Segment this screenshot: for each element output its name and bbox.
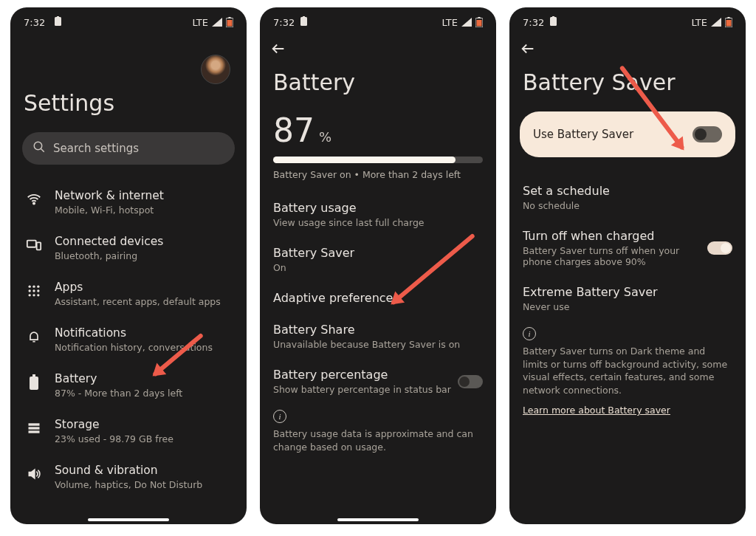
battery-usage-row[interactable]: Battery usage View usage since last full… bbox=[270, 192, 486, 237]
phone-screen-settings: 7:32 LTE Settings Search settings Networ… bbox=[10, 7, 247, 524]
info-icon: i bbox=[273, 410, 286, 423]
settings-item-apps[interactable]: AppsAssistant, recent apps, default apps bbox=[21, 271, 236, 317]
svg-point-14 bbox=[32, 289, 35, 292]
svg-point-12 bbox=[37, 286, 39, 288]
svg-rect-25 bbox=[300, 17, 307, 26]
battery-percentage-row[interactable]: Battery percentage Show battery percenta… bbox=[270, 359, 486, 404]
battery-small-icon bbox=[300, 17, 307, 28]
settings-item-sound[interactable]: Sound & vibrationVolume, haptics, Do Not… bbox=[21, 454, 236, 500]
svg-rect-21 bbox=[32, 374, 35, 377]
page-title: Battery bbox=[273, 69, 483, 95]
battery-share-row[interactable]: Battery Share Unavailable because Batter… bbox=[270, 314, 486, 359]
back-button[interactable] bbox=[520, 38, 540, 59]
adaptive-preferences-row[interactable]: Adaptive preferences bbox=[270, 282, 486, 314]
svg-point-18 bbox=[37, 294, 39, 296]
svg-rect-23 bbox=[29, 427, 40, 429]
statusbar: 7:32 LTE bbox=[520, 15, 735, 34]
battery-info-text: Battery usage data is approximate and ca… bbox=[273, 427, 483, 453]
svg-rect-20 bbox=[30, 377, 38, 390]
svg-rect-1 bbox=[57, 16, 59, 18]
status-time: 7:32 bbox=[24, 17, 45, 28]
apps-icon bbox=[25, 282, 43, 300]
signal-icon bbox=[461, 18, 472, 27]
svg-point-16 bbox=[29, 294, 31, 296]
settings-item-storage[interactable]: Storage23% used - 98.79 GB free bbox=[21, 408, 236, 454]
battery-small-icon bbox=[550, 17, 557, 28]
svg-rect-32 bbox=[552, 16, 554, 18]
page-title: Battery Saver bbox=[523, 69, 732, 95]
settings-item-connected-devices[interactable]: Connected devicesBluetooth, pairing bbox=[21, 225, 236, 271]
search-input[interactable]: Search settings bbox=[22, 132, 235, 165]
battery-saver-row[interactable]: Battery Saver On bbox=[270, 237, 486, 282]
svg-rect-3 bbox=[227, 20, 233, 27]
svg-point-5 bbox=[34, 142, 42, 150]
bell-icon bbox=[25, 328, 43, 346]
turn-off-when-charged-row[interactable]: Turn off when charged Battery Saver turn… bbox=[520, 220, 735, 276]
page-title: Settings bbox=[24, 90, 233, 116]
battery-percentage-toggle[interactable] bbox=[458, 375, 483, 388]
svg-line-6 bbox=[41, 148, 44, 152]
svg-rect-28 bbox=[477, 20, 482, 27]
svg-rect-24 bbox=[29, 430, 40, 433]
signal-icon bbox=[212, 18, 222, 27]
statusbar: 7:32 LTE bbox=[270, 15, 486, 34]
turn-off-when-charged-toggle[interactable] bbox=[707, 241, 732, 255]
battery-percentage-display: 87 % bbox=[273, 111, 483, 149]
svg-rect-29 bbox=[478, 17, 481, 18]
statusbar: 7:32 LTE bbox=[21, 15, 236, 34]
item-sub: Mobile, Wi-Fi, hotspot bbox=[55, 205, 232, 216]
back-button[interactable] bbox=[270, 38, 291, 59]
extreme-battery-saver-row[interactable]: Extreme Battery Saver Never use bbox=[520, 276, 735, 321]
battery-status-icon bbox=[475, 17, 483, 27]
devices-icon bbox=[25, 236, 43, 254]
svg-point-13 bbox=[29, 289, 31, 292]
profile-avatar[interactable] bbox=[201, 55, 230, 84]
battery-icon bbox=[25, 374, 43, 391]
svg-rect-34 bbox=[726, 20, 732, 27]
set-schedule-row[interactable]: Set a schedule No schedule bbox=[520, 175, 735, 220]
battery-progress-bar bbox=[273, 157, 483, 163]
use-battery-saver-switch[interactable]: Use Battery Saver bbox=[520, 111, 735, 157]
speaker-icon bbox=[25, 465, 43, 483]
svg-point-15 bbox=[37, 289, 39, 292]
settings-item-battery[interactable]: Battery87% - More than 2 days left bbox=[21, 363, 236, 408]
network-label: LTE bbox=[192, 17, 208, 28]
settings-item-notifications[interactable]: NotificationsNotification history, conve… bbox=[21, 317, 236, 363]
phone-screen-battery: 7:32 LTE Battery 87 % Battery Saver on •… bbox=[260, 7, 496, 524]
use-battery-saver-toggle[interactable] bbox=[693, 126, 722, 142]
settings-item-network[interactable]: Network & internetMobile, Wi-Fi, hotspot bbox=[21, 179, 236, 225]
info-icon: i bbox=[523, 327, 536, 340]
home-indicator[interactable] bbox=[88, 518, 169, 521]
svg-rect-26 bbox=[303, 16, 305, 18]
battery-status-icon bbox=[226, 17, 233, 27]
home-indicator[interactable] bbox=[337, 518, 419, 521]
search-icon bbox=[32, 140, 46, 157]
item-title: Network & internet bbox=[55, 189, 232, 202]
signal-icon bbox=[711, 18, 721, 27]
storage-icon bbox=[25, 419, 43, 437]
battery-small-icon bbox=[55, 17, 61, 28]
battery-status-icon bbox=[725, 17, 732, 27]
search-placeholder: Search settings bbox=[53, 142, 139, 155]
battery-status-line: Battery Saver on • More than 2 days left bbox=[273, 169, 483, 180]
svg-point-11 bbox=[32, 286, 35, 288]
svg-rect-4 bbox=[229, 17, 231, 18]
svg-point-10 bbox=[29, 286, 31, 288]
battery-saver-info-text: Battery Saver turns on Dark theme and li… bbox=[523, 345, 732, 396]
svg-rect-31 bbox=[550, 17, 557, 26]
svg-rect-22 bbox=[29, 423, 40, 425]
svg-rect-8 bbox=[27, 241, 36, 247]
svg-point-17 bbox=[32, 294, 35, 296]
svg-rect-0 bbox=[55, 17, 61, 26]
learn-more-link[interactable]: Learn more about Battery saver bbox=[523, 405, 670, 416]
phone-screen-battery-saver: 7:32 LTE Battery Saver Use Battery Saver… bbox=[509, 7, 746, 524]
svg-rect-9 bbox=[37, 242, 41, 250]
wifi-icon bbox=[25, 190, 43, 208]
svg-point-7 bbox=[33, 202, 35, 204]
svg-rect-35 bbox=[728, 17, 730, 18]
